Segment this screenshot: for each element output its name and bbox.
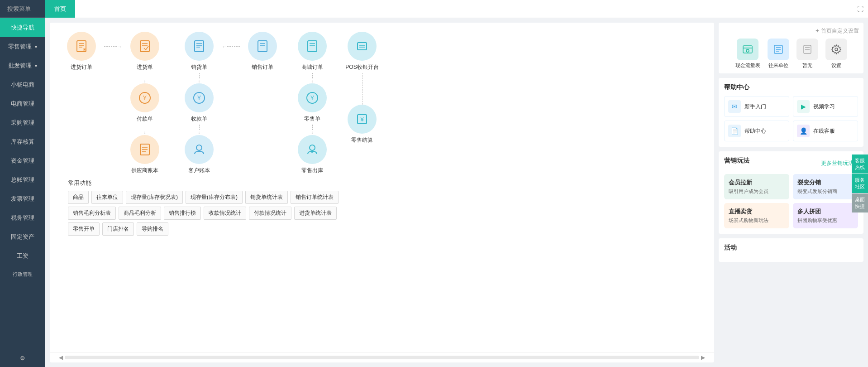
sales-bill-node[interactable]: 销货单 xyxy=(176,32,222,71)
settings-label: 设置 xyxy=(831,62,841,69)
sidebar-settings[interactable]: ⚙ xyxy=(0,349,45,367)
mall-order-node[interactable]: 商城订单 xyxy=(290,32,335,71)
payment-in-icon: ¥ xyxy=(185,83,214,112)
live-title: 直播卖货 xyxy=(729,208,785,216)
btn-purchase-stat[interactable]: 进货单统计表 xyxy=(294,207,337,220)
quick-icons-row: 现金流量表 往来单位 暂无 xyxy=(723,39,859,69)
right-panel: ✦ 首页自定义设置 现金流量表 往来单位 xyxy=(719,23,863,362)
expand-icon[interactable]: ⛶ xyxy=(857,5,868,13)
contacts-label: 往来单位 xyxy=(768,62,788,69)
float-btn-desktop[interactable]: 桌面快捷 xyxy=(852,193,868,212)
sales-order-col: 销售订单 xyxy=(240,32,285,71)
marketing-group[interactable]: 多人拼团 拼团购物享受优惠 xyxy=(793,203,858,228)
help-title: 帮助中心 xyxy=(724,83,858,92)
support-icon: 👤 xyxy=(797,125,810,137)
member-title: 会员拉新 xyxy=(729,179,785,187)
search-menu[interactable]: 搜索菜单 xyxy=(0,0,45,18)
purchase-order-node[interactable]: 进货订单 xyxy=(59,32,104,71)
marketing-section: 营销玩法 更多营销玩法 > 会员拉新 吸引用户成为会员 裂变分销 裂变式发展分销… xyxy=(719,151,863,234)
customize-link[interactable]: ✦ 首页自定义设置 xyxy=(815,27,859,35)
marketing-header: 营销玩法 更多营销玩法 > xyxy=(724,157,858,169)
payment-in-label: 收款单 xyxy=(191,115,207,123)
pos-open-node[interactable]: POS收银开台 xyxy=(339,32,385,71)
retail-settlement-node[interactable]: ¥ 零售结算 xyxy=(339,105,385,144)
purchase-bill-node[interactable]: 进货单 xyxy=(122,32,167,71)
btn-payment-stat[interactable]: 收款情况统计 xyxy=(204,207,246,220)
retail-outbound-node[interactable]: 零售出库 xyxy=(290,135,335,174)
btn-retail-order[interactable]: 零售开单 xyxy=(68,222,100,236)
sidebar-item-salary[interactable]: 工资 xyxy=(0,246,45,266)
btn-store-rank[interactable]: 门店排名 xyxy=(102,222,134,236)
scroll-left[interactable]: ◀ xyxy=(59,354,63,361)
quick-icon-settings[interactable]: 设置 xyxy=(825,39,847,69)
btn-sales-stat[interactable]: 销货单统计表 xyxy=(245,191,288,204)
btn-contacts[interactable]: 往来单位 xyxy=(91,191,123,204)
btn-stock-status[interactable]: 现存量(库存状况表) xyxy=(126,191,183,204)
quick-icon-contacts[interactable]: 往来单位 xyxy=(768,39,789,69)
purchase-order-col: 进货订单 xyxy=(59,32,104,71)
sidebar-item-retail[interactable]: 零售管理 ▾ xyxy=(0,37,45,56)
help-icon: 📄 xyxy=(728,125,741,137)
marketing-fission[interactable]: 裂变分销 裂变式发展分销商 xyxy=(793,174,858,199)
btn-stock-dist[interactable]: 现存量(库存分布表) xyxy=(186,191,243,204)
mall-order-col: 商城订单 ↓ ¥ 零售单 xyxy=(290,32,335,174)
btn-product[interactable]: 商品 xyxy=(68,191,89,204)
sidebar-item-ledger[interactable]: 总账管理 xyxy=(0,170,45,189)
supplier-account-icon xyxy=(130,135,159,164)
pos-open-icon xyxy=(348,32,377,61)
payment-in-node[interactable]: ¥ 收款单 xyxy=(176,83,222,123)
sidebar-item-invoice[interactable]: 发票管理 xyxy=(0,189,45,208)
svg-rect-20 xyxy=(258,41,267,52)
help-item-support[interactable]: 👤 在线客服 xyxy=(793,121,858,141)
sidebar-item-wholesale[interactable]: 批发管理 ▾ xyxy=(0,56,45,75)
sales-order-label: 销售订单 xyxy=(252,63,273,71)
tab-home[interactable]: 首页 xyxy=(45,0,75,18)
supplier-account-node[interactable]: 供应商账本 xyxy=(122,135,167,174)
btn-sales-order-stat[interactable]: 销售订单统计表 xyxy=(291,191,339,204)
sidebar-item-fixed-assets[interactable]: 固定资产 xyxy=(0,227,45,246)
func-grid: 商品 往来单位 现存量(库存状况表) 现存量(库存分布表) 销货单统计表 销售订… xyxy=(68,191,696,236)
sidebar-item-admin[interactable]: 行政管理 xyxy=(0,266,45,283)
sales-order-node[interactable]: 销售订单 xyxy=(240,32,285,71)
customer-account-node[interactable]: 客户账本 xyxy=(176,135,222,174)
member-desc: 吸引用户成为会员 xyxy=(729,188,785,195)
video-label: 视频学习 xyxy=(813,103,835,111)
sidebar-item-inventory[interactable]: 库存核算 xyxy=(0,132,45,151)
customer-account-label: 客户账本 xyxy=(188,167,210,174)
marketing-live[interactable]: 直播卖货 场景式购物新玩法 xyxy=(724,203,789,228)
quick-nav-section: ✦ 首页自定义设置 现金流量表 往来单位 xyxy=(719,23,863,73)
sb-down-connector: ↓ xyxy=(198,73,200,83)
quick-icon-cashflow[interactable]: 现金流量表 xyxy=(735,39,760,69)
sidebar-item-quick-nav[interactable]: 快捷导航 xyxy=(0,18,45,37)
btn-payment-out-stat[interactable]: 付款情况统计 xyxy=(249,207,291,220)
quick-icon-none[interactable]: 暂无 xyxy=(796,39,818,69)
scroll-right[interactable]: ▶ xyxy=(701,354,705,361)
sales-bill-icon xyxy=(185,32,214,61)
btn-guide-rank[interactable]: 导购排名 xyxy=(137,222,168,236)
payment-out-node[interactable]: ¥ 付款单 xyxy=(122,83,167,123)
scroll-track[interactable] xyxy=(65,356,699,359)
help-section: 帮助中心 ✉ 新手入门 ▶ 视频学习 📄 帮助中心 👤 xyxy=(719,78,863,147)
sidebar-item-tax[interactable]: 税务管理 xyxy=(0,208,45,227)
float-btn-community[interactable]: 服务社区 xyxy=(852,174,868,193)
svg-point-37 xyxy=(746,49,749,52)
btn-sales-profit[interactable]: 销售毛利分析表 xyxy=(68,207,116,220)
btn-product-profit[interactable]: 商品毛利分析 xyxy=(119,207,161,220)
btn-sales-rank[interactable]: 销售排行榜 xyxy=(164,207,201,220)
float-btn-hotline[interactable]: 客服热线 xyxy=(852,155,868,174)
svg-text:¥: ¥ xyxy=(197,94,201,101)
help-item-help[interactable]: 📄 帮助中心 xyxy=(724,121,789,141)
mall-order-label: 商城订单 xyxy=(301,63,323,71)
sidebar-item-ecommerce[interactable]: 电商管理 xyxy=(0,94,45,113)
video-icon: ▶ xyxy=(797,100,810,113)
retail-bill-node[interactable]: ¥ 零售单 xyxy=(290,83,335,123)
pos-down-connector xyxy=(362,73,362,109)
sidebar-item-ecommerce-small[interactable]: 小畅电商 xyxy=(0,75,45,94)
marketing-member[interactable]: 会员拉新 吸引用户成为会员 xyxy=(724,174,789,199)
help-item-video[interactable]: ▶ 视频学习 xyxy=(793,96,858,117)
sidebar-item-purchase[interactable]: 采购管理 xyxy=(0,113,45,132)
sidebar-item-finance[interactable]: 资金管理 xyxy=(0,151,45,170)
help-item-newbie[interactable]: ✉ 新手入门 xyxy=(724,96,789,117)
help-label: 帮助中心 xyxy=(744,127,766,135)
flow-diagram: 进货订单 → 进货单 xyxy=(59,32,705,174)
